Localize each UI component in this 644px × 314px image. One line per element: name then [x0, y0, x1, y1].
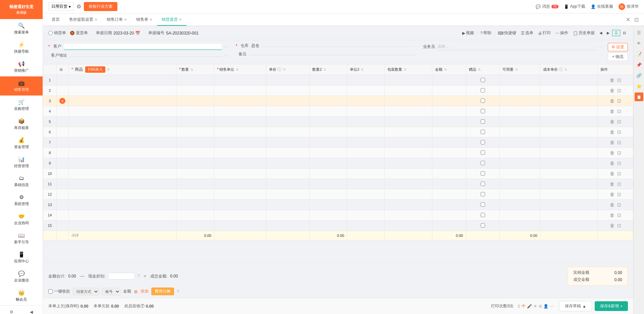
sidebar-item-member[interactable]: 👑 畅会员	[0, 286, 43, 305]
copy-btn-5[interactable]: ⊡	[616, 118, 622, 125]
help-btn[interactable]: ? 帮助	[478, 29, 493, 37]
right-panel-eye[interactable]: 👁	[635, 39, 643, 48]
row-qty2-5[interactable]	[310, 117, 347, 127]
sort-icon-pkg[interactable]: ⇅	[404, 68, 407, 71]
row-avail-6[interactable]	[499, 127, 540, 137]
row-avail-3[interactable]	[499, 96, 540, 106]
copy-btn-13[interactable]: ⊡	[616, 201, 622, 208]
operation-btn[interactable]: ⋯ 操作	[553, 29, 570, 37]
row-gift-3[interactable]	[466, 96, 499, 106]
add-btn-label[interactable]: 添加	[141, 289, 149, 294]
discount-input[interactable]	[108, 273, 135, 279]
row-price-5[interactable]	[266, 117, 310, 127]
row-product-1[interactable]	[69, 75, 176, 85]
grid-view-btn[interactable]: ☰	[612, 30, 620, 36]
tool-eye-icon[interactable]: 👁	[533, 304, 537, 309]
sort-icon-qty2[interactable]: ⇅	[323, 68, 326, 71]
tab-close-1[interactable]: ✕	[95, 18, 97, 21]
row-qty2-8[interactable]	[310, 148, 347, 158]
row-product-10[interactable]	[69, 169, 176, 179]
close-all-icon[interactable]: ✕	[625, 16, 632, 23]
row-amount-10[interactable]	[432, 169, 466, 179]
delete-btn-3[interactable]: 🗑	[609, 98, 615, 104]
row-avail-14[interactable]	[499, 210, 540, 221]
tool-s-icon[interactable]: S	[518, 304, 520, 309]
row-qty-7[interactable]	[176, 137, 214, 148]
row-unit2-7[interactable]	[347, 137, 385, 148]
right-panel-active[interactable]: 📋	[635, 92, 643, 101]
tab-3[interactable]: 销售单 ✕	[131, 14, 157, 26]
row-unit2-10[interactable]	[347, 169, 385, 179]
gift-checkbox-8[interactable]	[481, 150, 485, 155]
sidebar-item-quicknav[interactable]: ⚡ 快捷导航	[0, 38, 43, 57]
row-avail-12[interactable]	[499, 189, 540, 200]
sidebar-item-system[interactable]: ⚙ 系统管理	[0, 191, 43, 210]
help-icon-payment[interactable]: ?	[177, 289, 179, 294]
row-unit2-14[interactable]	[347, 210, 385, 221]
row-amount-12[interactable]	[432, 189, 466, 200]
add-row-btn-3[interactable]: +	[59, 98, 65, 104]
delete-btn-13[interactable]: 🗑	[609, 201, 615, 208]
tab-0[interactable]: 首页	[47, 14, 64, 26]
row-pkg-5[interactable]	[385, 117, 432, 127]
gift-checkbox-9[interactable]	[481, 161, 485, 165]
row-price-15[interactable]	[266, 221, 310, 231]
row-qty-9[interactable]	[176, 158, 214, 169]
row-price-10[interactable]	[266, 169, 310, 179]
customer-text-input[interactable]	[64, 44, 222, 49]
prev-btn[interactable]: ◀	[597, 30, 604, 36]
tool-center-icon[interactable]: 中	[522, 303, 526, 309]
row-product-5[interactable]	[69, 117, 176, 127]
row-sales-unit-13[interactable]	[214, 200, 266, 210]
row-avail-11[interactable]	[499, 179, 540, 189]
row-amount-8[interactable]	[432, 148, 466, 158]
tab-1[interactable]: 售价提取设置 ✕	[64, 14, 102, 26]
row-cost-7[interactable]	[540, 137, 597, 148]
row-unit2-3[interactable]	[347, 96, 385, 106]
address-more-btn[interactable]: ···	[224, 53, 228, 58]
sidebar-item-guide[interactable]: 📖 新手引导	[0, 229, 43, 248]
row-unit2-12[interactable]	[347, 189, 385, 200]
row-sales-unit-9[interactable]	[214, 158, 266, 169]
gift-checkbox-10[interactable]	[481, 171, 485, 176]
row-product-11[interactable]	[69, 179, 176, 189]
row-unit2-5[interactable]	[347, 117, 385, 127]
row-product-2[interactable]	[69, 85, 176, 96]
row-avail-4[interactable]	[499, 106, 540, 117]
product-input-3[interactable]	[71, 99, 173, 103]
app-download-btn[interactable]: 📱 App下载	[564, 4, 585, 9]
row-qty2-4[interactable]	[310, 106, 347, 117]
sidebar-item-purchase[interactable]: 🛒 采购管理	[0, 96, 43, 115]
row-sales-unit-1[interactable]	[214, 75, 266, 85]
copy-btn-9[interactable]: ⊡	[616, 160, 622, 167]
calc-method-select[interactable]: 结算方式 现金 转账	[73, 288, 99, 295]
row-gift-5[interactable]	[466, 117, 499, 127]
delete-btn-12[interactable]: 🗑	[609, 191, 615, 198]
customer-more-btn[interactable]: ···	[224, 44, 228, 49]
history-btn[interactable]: 📋 历史单据	[571, 29, 597, 37]
row-qty-8[interactable]	[176, 148, 214, 158]
row-price-4[interactable]	[266, 106, 310, 117]
row-unit2-11[interactable]	[347, 179, 385, 189]
row-amount-1[interactable]	[432, 75, 466, 85]
copy-btn-12[interactable]: ⊡	[616, 191, 622, 198]
tool-user-icon[interactable]: 👤	[543, 304, 548, 309]
row-cost-8[interactable]	[540, 148, 597, 158]
row-sales-unit-11[interactable]	[214, 179, 266, 189]
row-amount-6[interactable]	[432, 127, 466, 137]
row-qty2-7[interactable]	[310, 137, 347, 148]
row-gift-10[interactable]	[466, 169, 499, 179]
address-input[interactable]	[70, 54, 222, 57]
row-price-11[interactable]	[266, 179, 310, 189]
row-gift-6[interactable]	[466, 127, 499, 137]
row-amount-3[interactable]	[432, 96, 466, 106]
sort-icon-unit2[interactable]: ⇅	[361, 68, 364, 71]
row-cost-3[interactable]	[540, 96, 597, 106]
row-pkg-12[interactable]	[385, 189, 432, 200]
gift-checkbox-7[interactable]	[481, 140, 485, 144]
row-gift-14[interactable]	[466, 210, 499, 221]
logistics-btn[interactable]: + 物流	[608, 53, 628, 61]
row-avail-10[interactable]	[499, 169, 540, 179]
row-amount-7[interactable]	[432, 137, 466, 148]
service-btn[interactable]: 👤 在线客服	[591, 4, 613, 9]
